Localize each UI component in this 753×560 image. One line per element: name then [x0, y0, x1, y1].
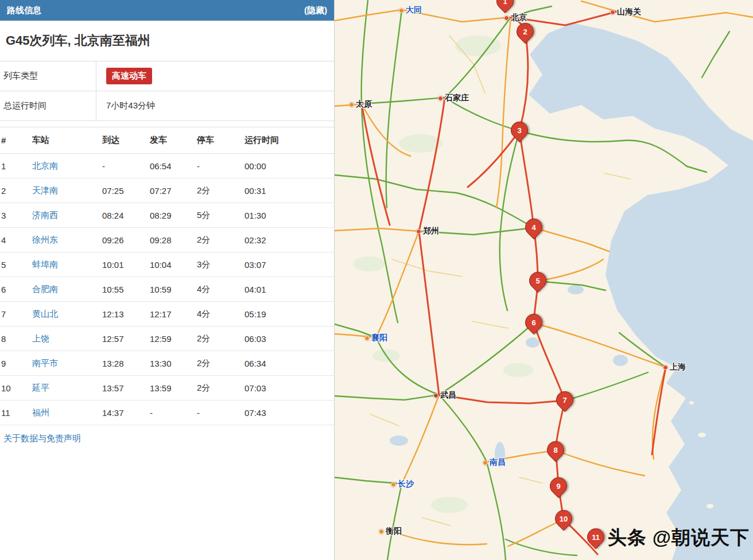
table-row: 7黄山北12:1312:174分05:19 [0, 302, 334, 326]
panel-title: 路线信息 [7, 5, 41, 16]
depart-cell: - [145, 400, 192, 425]
map-city: 郑州 [416, 226, 439, 236]
city-dot-icon [483, 460, 488, 465]
station-link[interactable]: 合肥南 [32, 284, 58, 294]
marker-number: 2 [517, 24, 533, 40]
arrive-cell: 10:01 [98, 252, 145, 277]
station-link[interactable]: 福州 [32, 407, 49, 417]
table-row: 9南平市13:2813:302分06:34 [0, 351, 334, 376]
city-dot-icon [504, 15, 509, 21]
row-number-cell: 9 [0, 351, 28, 376]
park-area [431, 497, 468, 513]
city-name: 北京 [511, 13, 527, 23]
disclaimer-link[interactable]: 关于数据与免责声明 [3, 433, 81, 444]
lake [526, 337, 539, 348]
stop-cell: 2分 [192, 228, 240, 252]
arrive-cell: 13:28 [98, 351, 145, 376]
train-type-label: 列车类型 [0, 61, 96, 91]
row-number-cell: 7 [0, 302, 28, 326]
stop-cell: 2分 [192, 376, 240, 400]
station-link[interactable]: 黄山北 [32, 309, 58, 318]
stop-cell: 3分 [192, 252, 240, 277]
station-link[interactable]: 北京南 [32, 161, 58, 170]
park-area [503, 363, 533, 377]
elapsed-cell: 00:31 [240, 178, 334, 203]
city-name: 武昌 [440, 390, 456, 400]
watermark: 头条 @朝说天下 [608, 525, 750, 551]
city-name: 襄阳 [371, 333, 387, 343]
marker-number: 7 [557, 392, 573, 408]
station-cell: 济南西 [28, 203, 98, 228]
map-city: 武昌 [433, 390, 456, 400]
city-dot-icon [399, 8, 404, 13]
city-name: 太原 [356, 99, 372, 110]
stop-cell: - [192, 154, 240, 178]
row-number-cell: 5 [0, 252, 28, 277]
marker-number: 1 [497, 0, 513, 9]
route-info-panel: 路线信息 (隐藏) G45次列车, 北京南至福州 列车类型 高速动车 总运行时间… [0, 0, 335, 560]
depart-cell: 13:30 [145, 351, 192, 376]
arrive-cell: - [98, 154, 145, 178]
table-row: 8上饶12:5712:592分06:03 [0, 326, 334, 351]
map-city: 衡阳 [379, 526, 402, 536]
station-link[interactable]: 济南西 [32, 210, 58, 220]
station-link[interactable]: 徐州东 [32, 235, 58, 244]
row-number-cell: 8 [0, 326, 28, 351]
city-dot-icon [349, 102, 354, 107]
city-dot-icon [416, 229, 421, 234]
elapsed-cell: 04:01 [240, 277, 334, 302]
table-row: 2天津南07:2507:272分00:31 [0, 178, 334, 203]
station-link[interactable]: 南平市 [32, 358, 58, 368]
arrive-cell: 13:57 [98, 376, 145, 400]
city-dot-icon [663, 365, 668, 370]
city-dot-icon [433, 393, 438, 398]
row-number-cell: 4 [0, 228, 28, 252]
table-row: 10延平13:5713:592分07:03 [0, 376, 334, 400]
column-header: 到达 [98, 127, 145, 154]
marker-number: 3 [511, 122, 527, 138]
map-city: 上海 [663, 362, 686, 372]
column-header: 运行时间 [240, 127, 334, 154]
marker-number: 4 [526, 219, 542, 235]
station-link[interactable]: 上饶 [32, 333, 49, 343]
depart-cell: 09:28 [145, 228, 192, 252]
depart-cell: 08:29 [145, 203, 192, 228]
total-time-value: 7小时43分钟 [96, 91, 334, 120]
map-region[interactable]: 大同北京山海关太原石家庄郑州襄阳武昌南昌长沙衡阳上海 1234567891011… [335, 0, 753, 560]
elapsed-cell: 01:30 [240, 203, 334, 228]
elapsed-cell: 02:32 [240, 228, 334, 252]
map-city: 山海关 [610, 7, 641, 17]
lake [568, 285, 584, 294]
stop-cell: - [192, 400, 240, 425]
depart-cell: 06:54 [145, 154, 192, 178]
map-city: 长沙 [391, 479, 414, 489]
marker-number: 10 [556, 511, 572, 527]
row-number-cell: 10 [0, 376, 28, 400]
schedule-table: #车站到达发车停车运行时间 1北京南-06:54-00:002天津南07:250… [0, 127, 334, 425]
marker-number: 8 [548, 442, 564, 458]
station-cell: 黄山北 [28, 302, 98, 326]
map-city: 太原 [349, 99, 372, 110]
city-name: 南昌 [490, 457, 506, 468]
station-cell: 南平市 [28, 351, 98, 376]
city-dot-icon [391, 482, 396, 487]
info-row-train-type: 列车类型 高速动车 [0, 61, 334, 91]
hide-link[interactable]: (隐藏) [304, 5, 327, 16]
arrive-cell: 12:13 [98, 302, 145, 326]
elapsed-cell: 07:03 [240, 376, 334, 400]
station-link[interactable]: 天津南 [32, 185, 58, 195]
elapsed-cell: 07:43 [240, 400, 334, 425]
row-number-cell: 2 [0, 178, 28, 203]
row-number-cell: 3 [0, 203, 28, 228]
station-cell: 北京南 [28, 154, 98, 178]
city-name: 石家庄 [445, 93, 469, 103]
depart-cell: 12:59 [145, 326, 192, 351]
map-city: 襄阳 [364, 333, 387, 343]
total-time-label: 总运行时间 [0, 91, 96, 120]
arrive-cell: 14:37 [98, 400, 145, 425]
station-link[interactable]: 延平 [32, 383, 49, 392]
elapsed-cell: 03:07 [240, 252, 334, 277]
station-link[interactable]: 蚌埠南 [32, 259, 58, 269]
depart-cell: 12:17 [145, 302, 192, 326]
city-name: 上海 [670, 362, 686, 372]
